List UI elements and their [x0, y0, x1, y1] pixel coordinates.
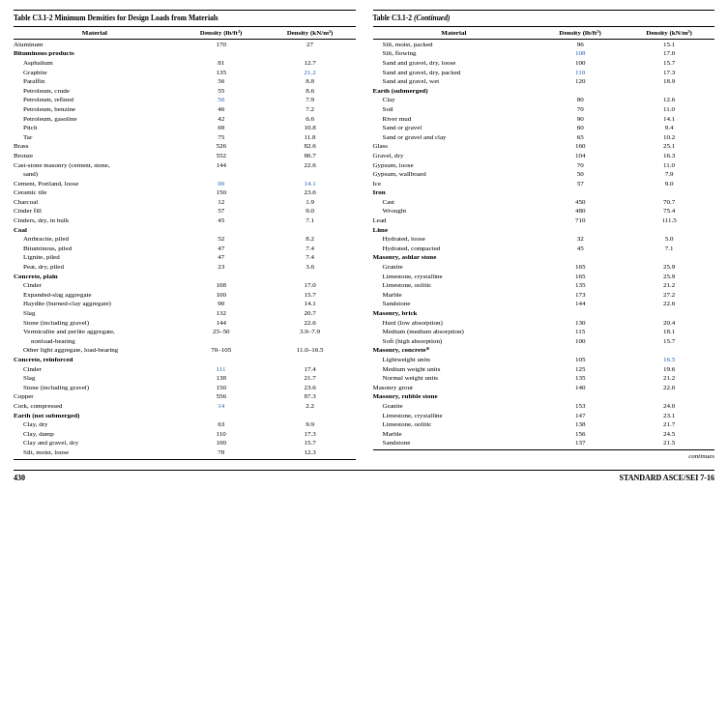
density-lbft-cell: 70: [537, 104, 626, 114]
material-cell: Bronze: [14, 151, 178, 160]
left-col-density-knm: Density (kN/m³): [267, 27, 356, 40]
right-title-text: Table C3.1-2: [373, 14, 413, 22]
table-row: Sand and gravel, wet12018.9: [373, 76, 715, 86]
density-lbft-cell: 57: [537, 179, 626, 188]
density-knm-cell: 25.9: [626, 272, 714, 281]
density-knm-cell: 24.5: [626, 429, 714, 439]
density-lbft-cell: 75: [178, 132, 267, 142]
material-cell: sand): [14, 169, 178, 179]
material-cell: Bituminous, piled: [14, 244, 178, 253]
density-lbft-cell: 140: [537, 383, 626, 392]
density-knm-cell: [626, 253, 714, 263]
material-cell: Cast: [373, 197, 538, 207]
material-cell: Normal weight units: [373, 373, 538, 383]
material-cell: Cinder fill: [14, 207, 178, 216]
density-lbft-cell: 90: [537, 114, 626, 124]
material-cell: Anthracite, piled: [14, 234, 178, 244]
table-row: Sandstone14422.6: [373, 300, 715, 309]
density-knm-cell: [626, 86, 714, 96]
table-row: Bituminous products: [14, 49, 356, 59]
density-lbft-cell: 138: [178, 373, 267, 383]
table-row: Sand and gravel, dry, packed11017.3: [373, 68, 715, 77]
material-cell: Earth (not submerged): [14, 411, 178, 420]
density-knm-cell: 7.9: [626, 169, 714, 179]
density-knm-cell: 70.7: [626, 197, 714, 207]
density-lbft-cell: 25–50: [178, 327, 267, 336]
density-lbft-cell: [537, 225, 626, 235]
left-table-title: Table C3.1-2 Minimum Densities for Desig…: [14, 10, 356, 22]
density-knm-cell: 17.4: [267, 364, 356, 374]
table-row: Limestone, crystalline16525.9: [373, 272, 715, 281]
table-row: Glass16025.1: [373, 142, 715, 152]
table-row: Sand or gravel and clay6510.2: [373, 132, 715, 142]
density-lbft-cell: 52: [178, 234, 267, 244]
material-cell: Limestone, oolitic: [373, 280, 538, 290]
density-lbft-cell: 47: [178, 244, 267, 253]
density-lbft-cell: 42: [178, 114, 267, 124]
density-knm-cell: 25.1: [626, 142, 714, 152]
density-knm-cell: 24.0: [626, 401, 714, 411]
material-cell: Gypsum, wallboard: [373, 169, 538, 179]
table-row: Medium weight units12519.6: [373, 364, 715, 374]
density-lbft-cell: 50: [537, 169, 626, 179]
density-knm-cell: 23.6: [267, 383, 356, 392]
table-row: Lightweight units10516.5: [373, 355, 715, 364]
table-row: nonload-bearing: [14, 336, 356, 346]
table-row: Sand and gravel, dry, loose10015.7: [373, 58, 715, 68]
density-knm-cell: [626, 308, 714, 318]
density-knm-cell: 15.7: [626, 58, 714, 68]
density-lbft-cell: 45: [178, 216, 267, 225]
material-cell: Vermiculite and perlite aggregate,: [14, 327, 178, 336]
material-cell: Marble: [373, 290, 538, 300]
material-cell: Bituminous products: [14, 49, 178, 59]
density-knm-cell: 14.1: [267, 300, 356, 309]
table-row: Limestone, crystalline14723.1: [373, 411, 715, 420]
table-row: Paraffin568.8: [14, 76, 356, 86]
table-row: Charcoal121.9: [14, 197, 356, 207]
density-lbft-cell: 137: [537, 439, 626, 448]
table-row: Soil7011.0: [373, 104, 715, 114]
material-cell: Petroleum, gasoline: [14, 114, 178, 124]
density-lbft-cell: 78: [178, 447, 267, 457]
material-cell: Masonry, rubble stone: [373, 392, 538, 402]
density-lbft-cell: 710: [537, 216, 626, 225]
density-lbft-cell: 90: [178, 300, 267, 309]
density-lbft-cell: 23: [178, 262, 267, 272]
material-cell: Expanded-slag aggregate: [14, 290, 178, 300]
tables-row: Table C3.1-2 Minimum Densities for Desig…: [14, 10, 714, 460]
table-row: Petroleum, refined507.9: [14, 96, 356, 105]
left-table: Material Density (lb/ft³) Density (kN/m³…: [14, 26, 356, 457]
density-lbft-cell: 120: [537, 76, 626, 86]
density-knm-cell: 10.8: [267, 123, 356, 132]
density-lbft-cell: 57: [178, 207, 267, 216]
density-lbft-cell: [178, 225, 267, 235]
density-lbft-cell: 556: [178, 392, 267, 402]
material-cell: Masonry grout: [373, 383, 538, 392]
left-table-section: Table C3.1-2 Minimum Densities for Desig…: [14, 10, 356, 460]
material-cell: Ceramic tile: [14, 188, 178, 198]
table-row: Petroleum, benzine467.2: [14, 104, 356, 114]
material-cell: Cinder: [14, 280, 178, 290]
density-lbft-cell: [178, 49, 267, 59]
table-row: Ceramic tile15023.6: [14, 188, 356, 198]
right-col-density-knm: Density (kN/m³): [626, 27, 714, 40]
density-knm-cell: 22.6: [626, 300, 714, 309]
density-knm-cell: 7.2: [267, 104, 356, 114]
material-cell: Soft (high absorption): [373, 336, 538, 346]
density-lbft-cell: 96: [537, 40, 626, 49]
density-knm-cell: 21.7: [626, 419, 714, 429]
left-title-text: Table C3.1-2 Minimum Densities for Desig…: [14, 14, 218, 22]
table-row: Hard (low absorption)13020.4: [373, 318, 715, 328]
density-knm-cell: 16.5: [626, 355, 714, 364]
density-knm-cell: 17.3: [267, 429, 356, 439]
table-row: Medium (medium absorption)11518.1: [373, 327, 715, 336]
table-row: sand): [14, 169, 356, 179]
density-knm-cell: 18.9: [626, 76, 714, 86]
density-lbft-cell: 110: [178, 429, 267, 439]
table-row: Bituminous, piled477.4: [14, 244, 356, 253]
density-knm-cell: 27: [267, 40, 356, 49]
density-lbft-cell: 165: [537, 262, 626, 272]
table-row: Silt, moist, packed9615.1: [373, 40, 715, 49]
density-lbft-cell: 56: [178, 76, 267, 86]
density-knm-cell: 25.9: [626, 262, 714, 272]
